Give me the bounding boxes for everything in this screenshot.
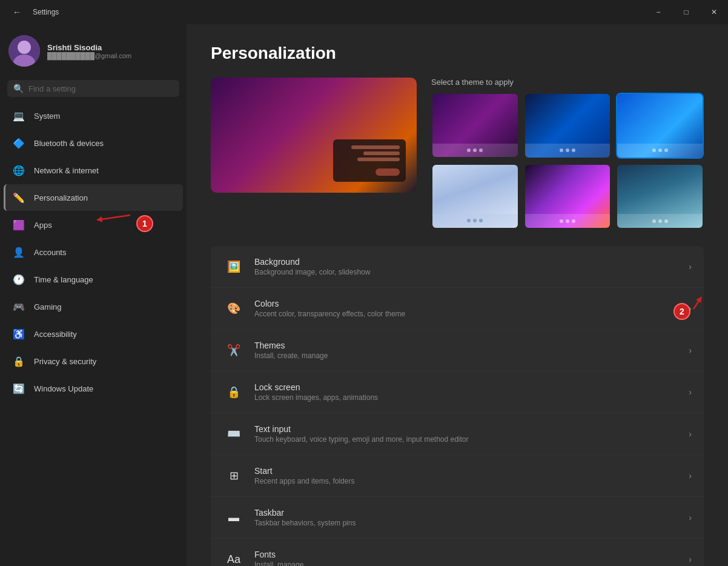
themes-icon: ✂️	[223, 339, 245, 361]
sidebar-item-update[interactable]: 🔄 Windows Update	[4, 375, 183, 402]
settings-item-taskbar[interactable]: ▬ Taskbar Taskbar behaviors, system pins…	[211, 497, 704, 539]
sidebar-item-network[interactable]: 🌐 Network & internet	[4, 157, 183, 184]
sidebar-label-privacy: Privacy & security	[34, 357, 96, 366]
personalization-icon: ✏️	[12, 191, 25, 204]
settings-item-lockscreen[interactable]: 🔒 Lock screen Lock screen images, apps, …	[211, 371, 704, 413]
colors-desc: Accent color, transparency effects, colo…	[254, 310, 689, 318]
theme-6-taskbar	[617, 214, 703, 228]
colors-text: Colors Accent color, transparency effect…	[254, 299, 689, 318]
theme-thumb-3[interactable]	[616, 93, 704, 159]
theme-preview-overlay	[333, 139, 406, 182]
theme-5-inner	[525, 165, 611, 228]
page-title: Personalization	[211, 44, 704, 63]
background-title: Background	[254, 257, 689, 267]
theme-1-inner	[432, 94, 518, 157]
taskbar-dot	[560, 219, 563, 223]
settings-list: 🖼️ Background Background image, color, s…	[211, 246, 704, 566]
theme-thumb-5[interactable]	[524, 164, 612, 230]
search-icon: 🔍	[13, 84, 24, 93]
taskbar-dot	[473, 148, 477, 152]
theme-section: Select a theme to apply	[211, 78, 704, 229]
sidebar-item-accounts[interactable]: 👤 Accounts	[4, 239, 183, 265]
update-icon: 🔄	[12, 382, 25, 395]
theme-select-section: Select a theme to apply	[431, 78, 704, 229]
colors-title: Colors	[254, 299, 689, 308]
taskbar-dot	[572, 219, 575, 223]
minimize-button[interactable]: −	[644, 0, 672, 24]
sidebar-item-personalization[interactable]: ✏️ Personalization	[4, 184, 183, 211]
close-button[interactable]: ✕	[700, 0, 728, 24]
sidebar-label-system: System	[34, 112, 60, 121]
time-icon: 🕐	[12, 273, 25, 286]
user-profile[interactable]: Srishti Sisodia ██████████@gmail.com	[0, 24, 187, 78]
theme-grid	[431, 93, 704, 229]
lockscreen-arrow: ›	[689, 387, 692, 397]
start-icon: ⊞	[223, 465, 245, 487]
textinput-desc: Touch keyboard, voice typing, emoji and …	[254, 435, 689, 444]
sidebar-item-apps[interactable]: 🟪 Apps	[4, 211, 183, 238]
sidebar-item-system[interactable]: 💻 System	[4, 102, 183, 129]
theme-thumb-4[interactable]	[431, 164, 519, 229]
theme-preview-large	[211, 78, 417, 193]
start-text: Start Recent apps and items, folders	[254, 466, 689, 485]
background-icon: 🖼️	[223, 256, 245, 278]
user-email: ██████████@gmail.com	[47, 52, 131, 59]
sidebar-item-accessibility[interactable]: ♿ Accessibility	[4, 321, 183, 347]
settings-item-textinput[interactable]: ⌨️ Text input Touch keyboard, voice typi…	[211, 413, 704, 455]
themes-text: Themes Install, create, manage	[254, 341, 689, 360]
fonts-desc: Install, manage	[254, 561, 689, 566]
fonts-text: Fonts Install, manage	[254, 550, 689, 566]
taskbar-desc: Taskbar behaviors, system pins	[254, 519, 689, 527]
maximize-button[interactable]: □	[672, 0, 700, 24]
taskbar-dot	[664, 219, 668, 223]
taskbar-dot	[652, 148, 656, 152]
taskbar-dot	[467, 219, 471, 222]
textinput-text: Text input Touch keyboard, voice typing,…	[254, 424, 689, 444]
theme-thumb-2[interactable]	[524, 93, 612, 159]
sidebar-item-gaming[interactable]: 🎮 Gaming	[4, 293, 183, 320]
theme-3-taskbar	[617, 144, 703, 158]
content-area: Personalization Select a theme to apply	[187, 24, 728, 566]
back-button[interactable]: ←	[7, 0, 27, 24]
search-input[interactable]	[28, 84, 173, 93]
theme-1-taskbar	[432, 144, 518, 158]
sidebar-label-bluetooth: Bluetooth & devices	[34, 139, 104, 148]
titlebar-title: Settings	[33, 8, 59, 16]
taskbar-dot	[658, 219, 662, 223]
taskbar-dot	[467, 148, 471, 152]
gaming-icon: 🎮	[12, 300, 25, 313]
settings-item-themes[interactable]: ✂️ Themes Install, create, manage ›	[211, 330, 704, 371]
theme-4-inner	[432, 165, 518, 228]
avatar	[8, 35, 40, 67]
settings-item-background[interactable]: 🖼️ Background Background image, color, s…	[211, 246, 704, 288]
system-icon: 💻	[12, 109, 25, 122]
theme-select-label: Select a theme to apply	[431, 78, 704, 87]
themes-arrow: ›	[689, 345, 692, 355]
background-desc: Background image, color, slideshow	[254, 268, 689, 276]
lockscreen-text: Lock screen Lock screen images, apps, an…	[254, 382, 689, 402]
preview-line-3	[357, 158, 400, 161]
sidebar-label-update: Windows Update	[34, 384, 93, 393]
preview-line-2	[363, 151, 400, 155]
lockscreen-desc: Lock screen images, apps, animations	[254, 393, 689, 402]
sidebar-item-privacy[interactable]: 🔒 Privacy & security	[4, 348, 183, 375]
theme-2-inner	[525, 94, 611, 158]
sidebar-label-personalization: Personalization	[34, 193, 88, 202]
sidebar-item-time[interactable]: 🕐 Time & language	[4, 266, 183, 293]
sidebar-search-container: 🔍	[7, 80, 179, 97]
taskbar-icon: ▬	[223, 507, 245, 528]
app-body: Srishti Sisodia ██████████@gmail.com 🔍 💻…	[0, 24, 728, 566]
settings-item-fonts[interactable]: Aa Fonts Install, manage ›	[211, 539, 704, 566]
lockscreen-icon: 🔒	[223, 381, 245, 403]
settings-item-start[interactable]: ⊞ Start Recent apps and items, folders ›	[211, 455, 704, 497]
sidebar-label-gaming: Gaming	[34, 302, 62, 311]
user-name: Srishti Sisodia	[47, 43, 131, 52]
theme-thumb-6[interactable]	[616, 164, 704, 230]
sidebar-item-bluetooth[interactable]: 🔷 Bluetooth & devices	[4, 130, 183, 156]
taskbar-dot	[566, 148, 569, 152]
settings-item-colors[interactable]: 🎨 Colors Accent color, transparency effe…	[211, 288, 704, 330]
start-desc: Recent apps and items, folders	[254, 477, 689, 485]
svg-point-1	[18, 41, 31, 54]
theme-thumb-1[interactable]	[431, 93, 519, 158]
theme-5-taskbar	[525, 214, 611, 228]
